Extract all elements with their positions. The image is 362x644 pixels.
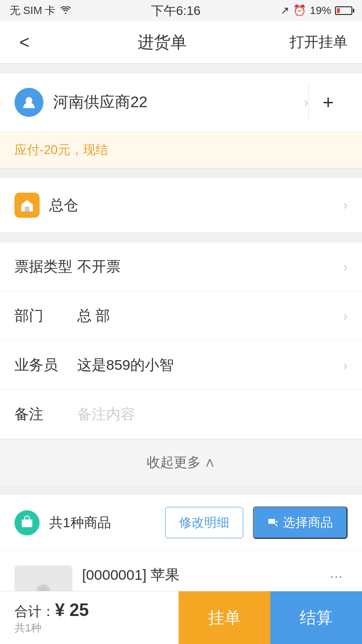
select-product-button[interactable]: 选择商品 bbox=[253, 506, 348, 539]
settle-button[interactable]: 结算 bbox=[270, 591, 362, 644]
products-header: 共1种商品 修改明细 选择商品 bbox=[0, 495, 362, 551]
svg-rect-2 bbox=[22, 519, 32, 527]
total-row: 合计：¥ 25 bbox=[14, 600, 164, 621]
supplier-name: 河南供应商22 bbox=[53, 92, 294, 113]
products-icon bbox=[14, 510, 40, 535]
page-title: 进货单 bbox=[138, 31, 187, 54]
salesman-value: 这是859的小智 bbox=[77, 355, 343, 375]
section-gap-1 bbox=[0, 64, 362, 73]
warehouse-name: 总仓 bbox=[49, 196, 343, 215]
supplier-section: 河南供应商22 › + bbox=[0, 73, 362, 132]
supplier-selector[interactable]: 河南供应商22 › bbox=[14, 73, 308, 131]
products-count: 共1种商品 bbox=[49, 514, 155, 532]
salesman-chevron-icon: › bbox=[343, 358, 348, 373]
invoice-value: 不开票 bbox=[77, 257, 343, 277]
location-icon: ↗ bbox=[280, 4, 289, 17]
status-left: 无 SIM 卡 bbox=[10, 3, 71, 18]
product-code: [0000001] bbox=[82, 567, 151, 583]
remark-label: 备注 bbox=[14, 405, 77, 424]
add-supplier-button[interactable]: + bbox=[309, 73, 348, 131]
section-gap-2 bbox=[0, 168, 362, 178]
carrier-text: 无 SIM 卡 bbox=[10, 3, 56, 18]
edit-detail-button[interactable]: 修改明细 bbox=[165, 507, 243, 538]
hang-button[interactable]: 挂单 bbox=[179, 591, 270, 644]
nav-bar: < 进货单 打开挂单 bbox=[0, 21, 362, 64]
section-gap-3 bbox=[0, 233, 362, 242]
status-time: 下午6:16 bbox=[151, 2, 201, 19]
open-hang-button[interactable]: 打开挂单 bbox=[290, 32, 348, 52]
department-value: 总 部 bbox=[77, 306, 343, 326]
salesman-label: 业务员 bbox=[14, 355, 77, 375]
total-label: 合计： bbox=[14, 604, 55, 619]
svg-rect-1 bbox=[25, 207, 29, 211]
salesman-row[interactable]: 业务员 这是859的小智 › bbox=[0, 341, 362, 390]
notice-text: 应付-20元，现结 bbox=[14, 142, 108, 157]
warehouse-icon bbox=[14, 193, 40, 218]
invoice-chevron-icon: › bbox=[343, 259, 348, 275]
department-row[interactable]: 部门 总 部 › bbox=[0, 292, 362, 341]
invoice-label: 票据类型 bbox=[14, 257, 77, 277]
supplier-avatar bbox=[14, 88, 43, 117]
section-gap-4 bbox=[0, 485, 362, 495]
select-product-label: 选择商品 bbox=[283, 514, 333, 531]
battery-icon bbox=[335, 6, 352, 15]
supplier-chevron-icon: › bbox=[304, 95, 308, 110]
status-bar: 无 SIM 卡 下午6:16 ↗ ⏰ 19% bbox=[0, 0, 362, 21]
wifi-icon bbox=[60, 4, 71, 17]
product-more-button[interactable]: ··· bbox=[325, 565, 348, 587]
status-right: ↗ ⏰ 19% bbox=[280, 4, 352, 17]
remark-row[interactable]: 备注 备注内容 bbox=[0, 390, 362, 439]
notice-banner: 应付-20元，现结 bbox=[0, 132, 362, 168]
product-name-text: 苹果 bbox=[151, 567, 180, 583]
invoice-row[interactable]: 票据类型 不开票 › bbox=[0, 242, 362, 292]
warehouse-row[interactable]: 总仓 › bbox=[0, 178, 362, 233]
department-chevron-icon: › bbox=[343, 308, 348, 324]
collapse-button[interactable]: 收起更多 ∧ bbox=[0, 439, 362, 485]
remark-value: 备注内容 bbox=[77, 405, 348, 424]
warehouse-chevron-icon: › bbox=[343, 197, 348, 213]
battery-percent: 19% bbox=[310, 4, 331, 17]
total-sub: 共1种 bbox=[14, 621, 164, 635]
bottom-bar: 合计：¥ 25 共1种 挂单 结算 bbox=[0, 591, 362, 644]
total-section: 合计：¥ 25 共1种 bbox=[0, 591, 179, 644]
svg-rect-3 bbox=[268, 519, 275, 524]
total-amount: ¥ 25 bbox=[55, 600, 89, 620]
alarm-icon: ⏰ bbox=[293, 4, 306, 17]
back-button[interactable]: < bbox=[14, 28, 34, 57]
department-label: 部门 bbox=[14, 306, 77, 326]
product-name: [0000001] 苹果 bbox=[82, 565, 315, 585]
